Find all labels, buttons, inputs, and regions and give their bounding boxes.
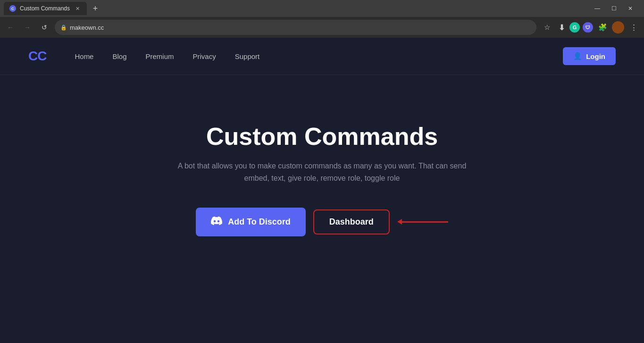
forward-button[interactable]: → bbox=[21, 21, 34, 34]
profile-avatar[interactable] bbox=[612, 21, 624, 33]
bookmark-button[interactable]: ☆ bbox=[540, 21, 553, 34]
grammarly-icon[interactable]: G bbox=[569, 22, 580, 33]
website-content: CC Home Blog Premium Privacy Support 👤 L… bbox=[0, 38, 644, 343]
browser-chrome: C Custom Commands ✕ + — ☐ ✕ ← → ↺ 🔒 make… bbox=[0, 0, 644, 38]
nav-links: Home Blog Premium Privacy Support bbox=[75, 52, 563, 60]
hero-title: Custom Commands bbox=[206, 122, 438, 151]
lock-icon: 🔒 bbox=[60, 25, 67, 31]
menu-button[interactable]: ⋮ bbox=[627, 21, 640, 34]
tab-favicon: C bbox=[9, 5, 16, 12]
login-label: Login bbox=[586, 52, 605, 60]
browser-actions: ☆ ⬇ G 🛡 🧩 ⋮ bbox=[540, 21, 640, 34]
nav-premium[interactable]: Premium bbox=[146, 52, 174, 60]
address-bar-row: ← → ↺ 🔒 makeown.cc ☆ ⬇ G 🛡 🧩 ⋮ bbox=[0, 17, 644, 38]
site-logo[interactable]: CC bbox=[28, 49, 46, 64]
maximize-button[interactable]: ☐ bbox=[608, 4, 620, 13]
add-to-discord-button[interactable]: Add To Discord bbox=[196, 208, 306, 236]
minimize-button[interactable]: — bbox=[591, 4, 604, 13]
red-arrow bbox=[401, 221, 448, 223]
active-tab[interactable]: C Custom Commands ✕ bbox=[4, 2, 87, 15]
dashboard-label: Dashboard bbox=[329, 217, 374, 226]
address-bar[interactable]: 🔒 makeown.cc bbox=[55, 20, 536, 35]
new-tab-button[interactable]: + bbox=[89, 2, 102, 15]
add-discord-label: Add To Discord bbox=[228, 217, 291, 227]
extensions-button[interactable]: 🧩 bbox=[596, 21, 609, 34]
nav-home[interactable]: Home bbox=[75, 52, 93, 60]
close-button[interactable]: ✕ bbox=[624, 4, 636, 13]
nav-privacy[interactable]: Privacy bbox=[193, 52, 216, 60]
address-text: makeown.cc bbox=[70, 24, 104, 31]
hero-description: A bot that allows you to make custom com… bbox=[171, 160, 473, 184]
tab-title: Custom Commands bbox=[20, 5, 70, 12]
nav-support[interactable]: Support bbox=[235, 52, 260, 60]
tab-bar: C Custom Commands ✕ + — ☐ ✕ bbox=[0, 0, 644, 17]
discord-icon bbox=[211, 215, 222, 229]
nav-blog[interactable]: Blog bbox=[112, 52, 126, 60]
window-controls: — ☐ ✕ bbox=[591, 4, 640, 13]
hero-section: Custom Commands A bot that allows you to… bbox=[0, 75, 644, 274]
vpn-icon[interactable]: 🛡 bbox=[583, 22, 593, 33]
login-button[interactable]: 👤 Login bbox=[563, 47, 616, 65]
login-icon: 👤 bbox=[573, 52, 582, 60]
reload-button[interactable]: ↺ bbox=[38, 21, 51, 34]
tab-close-button[interactable]: ✕ bbox=[74, 5, 81, 12]
arrow-annotation bbox=[401, 221, 448, 223]
dashboard-button[interactable]: Dashboard bbox=[313, 209, 390, 234]
download-icon[interactable]: ⬇ bbox=[556, 22, 567, 33]
hero-buttons: Add To Discord Dashboard bbox=[196, 208, 448, 236]
navbar: CC Home Blog Premium Privacy Support 👤 L… bbox=[0, 38, 644, 75]
back-button[interactable]: ← bbox=[4, 21, 17, 34]
